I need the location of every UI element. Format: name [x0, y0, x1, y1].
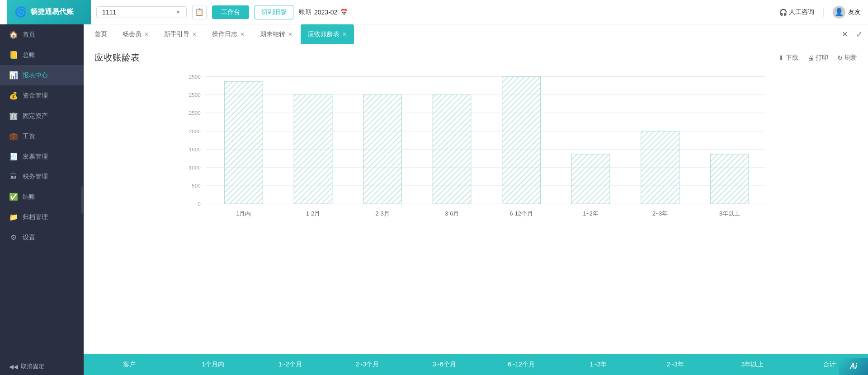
table-col-1m: 1个月内: [175, 361, 251, 369]
tab-member-label: 畅会员: [123, 30, 142, 38]
tab-home[interactable]: 首页: [87, 24, 114, 44]
svg-text:2500: 2500: [189, 110, 201, 116]
page-actions: ⬇ 下载 🖨 打印 ↻ 刷新: [778, 54, 857, 62]
sidebar-item-invoice[interactable]: 🧾 发票管理: [0, 146, 84, 167]
ledger-icon: 📒: [9, 51, 18, 59]
invoice-icon: 🧾: [9, 152, 18, 161]
sidebar-item-tax[interactable]: 🏛 税务管理: [0, 167, 84, 187]
sidebar-item-label: 总账: [23, 51, 35, 59]
tab-guide-close[interactable]: ✕: [192, 31, 197, 38]
sidebar-item-settle[interactable]: ✅ 结账: [0, 187, 84, 207]
table-col-1-2y: 1~2年: [560, 361, 637, 369]
avatar: 👤: [833, 6, 845, 19]
period-area: 账期 2023-02 📅: [299, 8, 348, 16]
sidebar-item-funds[interactable]: 💰 资金管理: [0, 85, 84, 106]
refresh-label: 刷新: [844, 54, 857, 62]
right-actions: 🎧 人工咨询 👤 友友: [779, 6, 861, 19]
bar-1-2年[interactable]: [571, 154, 610, 204]
period-label: 账期: [299, 8, 311, 16]
sidebar-item-label: 设置: [23, 234, 35, 242]
top-header: 🌀 畅捷通易代账 1111 ▼ 📋 工作台 切到旧版 账期 2023-02 📅 …: [0, 0, 868, 24]
tab-guide[interactable]: 新手引导 ✕: [157, 24, 204, 44]
sidebar-item-label: 税务管理: [23, 173, 48, 181]
svg-text:6-12个月: 6-12个月: [509, 211, 533, 217]
print-icon: 🖨: [807, 54, 814, 61]
switch-old-version-button[interactable]: 切到旧版: [255, 5, 293, 19]
svg-text:2-3月: 2-3月: [375, 211, 389, 217]
download-button[interactable]: ⬇ 下载: [778, 54, 798, 62]
home-icon: 🏠: [9, 30, 18, 39]
support-link[interactable]: 🎧 人工咨询: [779, 8, 814, 16]
user-area[interactable]: 👤 友友: [833, 6, 861, 19]
tab-member-close[interactable]: ✕: [144, 31, 149, 38]
settings-icon: ⚙: [9, 233, 18, 242]
table-col-3y-plus: 3年以上: [714, 361, 791, 369]
tax-icon: 🏛: [9, 173, 18, 181]
tab-member[interactable]: 畅会员 ✕: [115, 24, 156, 44]
cancel-pin-button[interactable]: ◀◀ 取消固定: [0, 358, 84, 375]
svg-text:1500: 1500: [189, 146, 201, 152]
svg-text:3-6月: 3-6月: [445, 211, 459, 217]
divider: [823, 8, 824, 17]
sidebar-item-ledger[interactable]: 📒 总账: [0, 45, 84, 65]
tab-ar-aging[interactable]: 应收账龄表 ✕: [301, 24, 354, 44]
bar-2-3年[interactable]: [641, 131, 679, 204]
salary-icon: 💼: [9, 132, 18, 141]
reports-icon: 📊: [9, 71, 18, 80]
tab-period-end-close[interactable]: ✕: [288, 31, 292, 38]
table-col-2-3m: 2~3个月: [329, 361, 406, 369]
ai-badge[interactable]: Ai: [839, 358, 868, 375]
sidebar-item-salary[interactable]: 💼 工资: [0, 126, 84, 146]
calendar-period-icon[interactable]: 📅: [340, 9, 348, 16]
tab-oplog[interactable]: 操作日志 ✕: [205, 24, 252, 44]
tab-period-end[interactable]: 期末结转 ✕: [253, 24, 300, 44]
archive-icon: 📁: [9, 213, 18, 221]
svg-text:2~3年: 2~3年: [652, 211, 668, 217]
sidebar-scrollbar[interactable]: [81, 186, 83, 213]
company-selector[interactable]: 1111 ▼: [96, 6, 187, 18]
support-label: 人工咨询: [789, 8, 814, 16]
svg-text:3年以上: 3年以上: [719, 211, 740, 217]
sidebar-item-assets[interactable]: 🏢 固定资产: [0, 106, 84, 126]
pin-icon: ◀◀: [9, 363, 18, 370]
calendar-icon: 📋: [195, 8, 204, 16]
logo-text: 畅捷通易代账: [30, 7, 74, 17]
bar-3-6月[interactable]: [433, 95, 471, 204]
sidebar-item-label: 首页: [23, 31, 35, 39]
logo-area: 🌀 畅捷通易代账: [7, 0, 91, 24]
tab-period-end-label: 期末结转: [260, 30, 285, 38]
bar-1月内[interactable]: [225, 81, 263, 204]
funds-icon: 💰: [9, 91, 18, 100]
calendar-icon-btn[interactable]: 📋: [192, 5, 207, 19]
bar-6-12月[interactable]: [502, 77, 541, 204]
sidebar-item-home[interactable]: 🏠 首页: [0, 24, 84, 45]
sidebar: 🏠 首页 📒 总账 📊 报表中心 💰 资金管理 🏢 固定资产 💼 工资 🧾 发票…: [0, 24, 84, 375]
tab-oplog-close[interactable]: ✕: [240, 31, 245, 38]
table-col-6-12m: 6~12个月: [483, 361, 560, 369]
table-header: 客户 1个月内 1~2个月 2~3个月 3~6个月 6~12个月 1~2年 2~…: [84, 354, 868, 375]
print-button[interactable]: 🖨 打印: [807, 54, 828, 62]
logo-icon: 🌀: [14, 6, 27, 18]
workbench-button[interactable]: 工作台: [212, 5, 249, 19]
expand-tab-button[interactable]: ⤢: [854, 29, 864, 40]
sidebar-item-label: 结账: [23, 193, 35, 201]
sidebar-item-label: 工资: [23, 132, 35, 141]
tab-ar-aging-close[interactable]: ✕: [342, 31, 347, 38]
cancel-pin-label: 取消固定: [21, 362, 44, 370]
svg-text:2500: 2500: [189, 92, 201, 98]
bar-3年以上[interactable]: [710, 154, 749, 204]
page-header: 应收账龄表 ⬇ 下载 🖨 打印 ↻ 刷新: [84, 44, 868, 67]
chevron-down-icon: ▼: [175, 9, 181, 15]
sidebar-item-settings[interactable]: ⚙ 设置: [0, 227, 84, 248]
sidebar-item-archive[interactable]: 📁 归档管理: [0, 207, 84, 227]
sidebar-item-label: 资金管理: [23, 92, 48, 100]
print-label: 打印: [816, 54, 828, 62]
sidebar-item-label: 报表中心: [23, 71, 48, 80]
refresh-button[interactable]: ↻ 刷新: [837, 54, 857, 62]
close-all-tabs-button[interactable]: ✕: [839, 29, 850, 40]
sidebar-item-reports[interactable]: 📊 报表中心: [0, 65, 84, 85]
bar-1-2月[interactable]: [294, 95, 332, 204]
tab-home-label: 首页: [94, 30, 107, 38]
bar-2-3月[interactable]: [363, 95, 402, 204]
svg-text:0: 0: [198, 201, 201, 206]
